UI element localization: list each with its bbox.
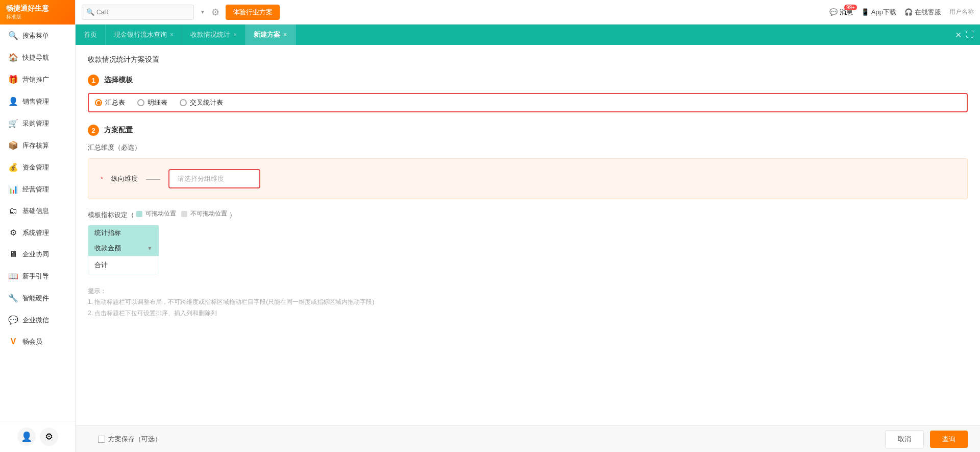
hardware-icon: 🔧 <box>8 293 18 303</box>
search-input[interactable] <box>96 9 189 16</box>
cancel-button[interactable]: 取消 <box>885 430 924 448</box>
draggable-dot <box>136 211 142 217</box>
tab-label: 现金银行流水查询 <box>114 30 167 39</box>
sidebar-item-label: 基础信息 <box>22 206 49 216</box>
sidebar-item-enterprise[interactable]: 🖥 企业协同 <box>0 244 75 265</box>
tips-title: 提示： <box>88 288 106 295</box>
indicator-settings: 模板指标设定（ 可拖动位置 不可拖动位置 ） <box>88 209 968 276</box>
template-options: 汇总表 明细表 交叉统计表 <box>88 93 968 112</box>
download-icon: 📱 <box>861 8 869 16</box>
stats-col-header[interactable]: 收款金额 ▼ <box>88 241 159 256</box>
notification-button[interactable]: 💬 消息 99+ <box>829 8 853 17</box>
step1-header: 1 选择模板 <box>88 75 968 86</box>
radio-cross[interactable]: 交叉统计表 <box>180 98 223 107</box>
dropdown-icon: ▼ <box>147 245 153 251</box>
sidebar-item-inventory[interactable]: 📦 库存核算 <box>0 134 75 156</box>
tabbar-controls: ✕ ⛶ <box>949 25 980 45</box>
content-area: 收款情况统计方案设置 1 选择模板 汇总表 明细表 <box>76 45 980 425</box>
step1-num: 1 <box>88 75 99 86</box>
sidebar-item-label: 资金管理 <box>22 163 49 172</box>
step1-title: 选择模板 <box>104 76 133 85</box>
folder-icon: 🗂 <box>8 206 18 216</box>
stats-table-header: 统计指标 <box>88 225 159 241</box>
close-window-icon[interactable]: ✕ <box>955 30 962 40</box>
sidebar-item-basic-info[interactable]: 🗂 基础信息 <box>0 200 75 222</box>
tab-close-icon[interactable]: × <box>283 31 287 38</box>
tab-new-plan[interactable]: 新建方案 × <box>246 25 296 45</box>
gift-icon: 🎁 <box>8 75 18 84</box>
stats-header-label: 统计指标 <box>94 228 121 237</box>
sidebar-item-label: 采购管理 <box>22 119 49 128</box>
save-checkbox[interactable] <box>98 436 105 443</box>
sidebar-item-purchase[interactable]: 🛒 采购管理 <box>0 112 75 134</box>
indicator-header: 模板指标设定（ 可拖动位置 不可拖动位置 ） <box>88 209 968 220</box>
home-icon: 🏠 <box>8 53 18 62</box>
app-version: 标准版 <box>6 13 49 20</box>
step2-title: 方案配置 <box>104 126 133 135</box>
sidebar-item-marketing[interactable]: 🎁 营销推广 <box>0 68 75 90</box>
sidebar-item-label: 企业微信 <box>22 316 49 325</box>
gear-icon: ⚙ <box>8 228 18 237</box>
tab-label: 收款情况统计 <box>190 30 230 39</box>
service-button[interactable]: 🎧 在线客服 <box>904 8 941 17</box>
stats-table: 统计指标 收款金额 ▼ 合计 <box>88 225 159 274</box>
radio-label-cross: 交叉统计表 <box>190 98 223 107</box>
tab-label: 新建方案 <box>254 30 280 39</box>
tips-section: 提示： 1. 拖动标题栏可以调整布局，不可跨维度或指标区域拖动栏目字段(只能在同… <box>88 286 968 319</box>
tab-close-icon[interactable]: × <box>170 31 174 38</box>
main-area: 🔍 ▼ ⚙ 体验行业方案 💬 消息 99+ 📱 App下载 🎧 在线客服 用户名… <box>76 0 980 452</box>
radio-label-summary: 汇总表 <box>105 98 125 107</box>
sidebar-item-label: 快捷导航 <box>22 53 49 62</box>
radio-detail[interactable]: 明细表 <box>137 98 167 107</box>
sidebar-item-finance[interactable]: 💰 资金管理 <box>0 156 75 178</box>
indicator-label: 模板指标设定（ 可拖动位置 不可拖动位置 ） <box>88 209 236 220</box>
tab-collection-stats[interactable]: 收款情况统计 × <box>182 25 246 45</box>
sidebar-item-label: 智能硬件 <box>22 294 49 303</box>
sidebar-item-wechat[interactable]: 💬 企业微信 <box>0 309 75 331</box>
tip-item-1: 1. 拖动标题栏可以调整布局，不可跨维度或指标区域拖动栏目字段(只能在同一维度或… <box>88 297 968 308</box>
tip-item-2: 2. 点击标题栏下拉可设置排序、插入列和删除列 <box>88 308 968 319</box>
sidebar-item-quick-nav[interactable]: 🏠 快捷导航 <box>0 46 75 68</box>
search-box[interactable]: 🔍 <box>82 5 194 20</box>
trial-button[interactable]: 体验行业方案 <box>226 5 280 20</box>
sidebar-item-operations[interactable]: 📊 经营管理 <box>0 178 75 200</box>
settings-icon[interactable]: ⚙ <box>40 427 58 446</box>
sidebar-item-search[interactable]: 🔍 搜索菜单 <box>0 25 75 46</box>
sidebar-item-system[interactable]: ⚙ 系统管理 <box>0 222 75 244</box>
chevron-down-icon[interactable]: ▼ <box>200 9 205 15</box>
arrow-icon: —— <box>146 175 160 183</box>
sidebar-item-member[interactable]: V 畅会员 <box>0 331 75 352</box>
sidebar-item-sales[interactable]: 👤 销售管理 <box>0 90 75 112</box>
download-button[interactable]: 📱 App下载 <box>861 8 896 17</box>
required-mark: * <box>101 175 103 183</box>
sidebar-item-label: 新手引导 <box>22 272 49 281</box>
cart-icon: 🛒 <box>8 118 18 128</box>
sidebar-item-label: 系统管理 <box>22 228 49 237</box>
gear-icon[interactable]: ⚙ <box>211 7 219 18</box>
save-option[interactable]: 方案保存（可选） <box>98 435 161 444</box>
tab-bank-flow[interactable]: 现金银行流水查询 × <box>106 25 182 45</box>
app-name: 畅捷通好生意 <box>6 4 49 13</box>
tab-close-icon[interactable]: × <box>233 31 237 38</box>
wechat-icon: 💬 <box>8 315 18 325</box>
step1-section: 1 选择模板 汇总表 明细表 交叉统计表 <box>88 75 968 112</box>
notification-icon: 💬 <box>829 8 838 16</box>
app-logo: 畅捷通好生意 标准版 <box>0 0 75 25</box>
sidebar-item-label: 企业协同 <box>22 250 49 259</box>
query-button[interactable]: 查询 <box>930 431 968 448</box>
sidebar-item-guide[interactable]: 📖 新手引导 <box>0 265 75 287</box>
user-avatar[interactable]: 👤 <box>17 427 36 446</box>
chart-icon: 📊 <box>8 184 18 194</box>
maximize-icon[interactable]: ⛶ <box>966 30 974 39</box>
sidebar-item-hardware[interactable]: 🔧 智能硬件 <box>0 287 75 309</box>
dimension-selector[interactable]: 请选择分组维度 <box>168 169 260 188</box>
book-icon: 📖 <box>8 271 18 281</box>
radio-summary[interactable]: 汇总表 <box>95 98 125 107</box>
tab-home[interactable]: 首页 <box>76 25 106 45</box>
dimension-row: * 纵向维度 —— 请选择分组维度 <box>101 169 955 188</box>
save-label: 方案保存（可选） <box>108 435 161 444</box>
radio-label-detail: 明细表 <box>148 98 167 107</box>
monitor-icon: 🖥 <box>8 250 18 259</box>
notification-count: 99+ <box>844 5 857 10</box>
dimension-area: * 纵向维度 —— 请选择分组维度 <box>88 158 968 199</box>
